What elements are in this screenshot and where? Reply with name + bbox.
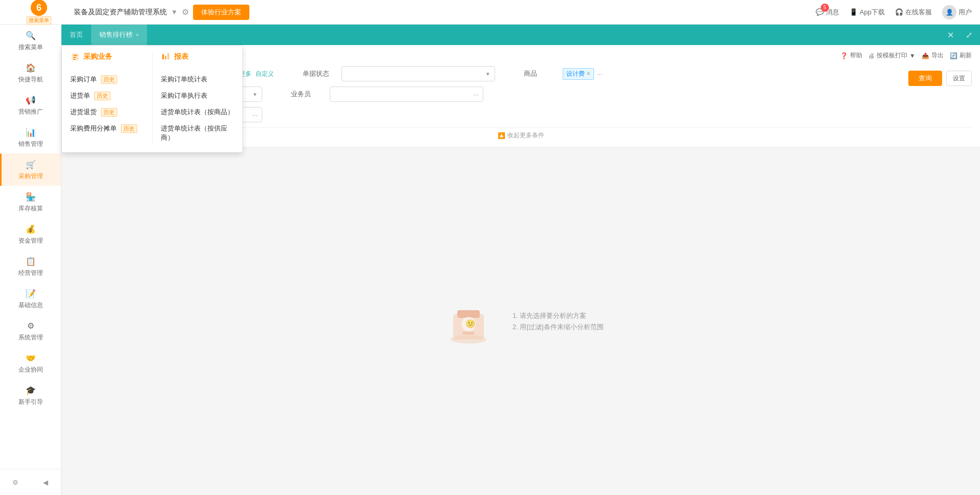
tabs-bar: 首页 销售排行榜 × ✕ ⤢ — [61, 25, 980, 45]
messages-btn[interactable]: 💬 消息 5 — [816, 8, 839, 17]
help-btn[interactable]: ❓ 帮助 — [840, 51, 862, 60]
empty-svg: 😕 — [443, 296, 494, 347]
sidebar-label-nav: 快捷导航 — [18, 75, 43, 84]
svg-rect-11 — [165, 56, 166, 59]
query-btn[interactable]: 查询 — [908, 71, 942, 86]
user-btn[interactable]: 👤 用户 — [942, 5, 972, 19]
order-status-select[interactable]: ▼ — [342, 66, 495, 81]
dropdown-item-expense[interactable]: 采购费用分摊单 历史 — [70, 120, 144, 137]
dropdown-item-purchase-order[interactable]: 采购订单 历史 — [70, 71, 144, 88]
tab-home[interactable]: 首页 — [61, 25, 91, 45]
sidebar-item-marketing[interactable]: 📢 营销推广 — [0, 89, 61, 121]
logo-tag: 搜索菜单 — [27, 16, 51, 25]
tab-home-label: 首页 — [70, 30, 83, 39]
ops-icon: 📋 — [25, 255, 36, 267]
dropdown-col-business: 采购业务 采购订单 历史 进货单 历史 进货退货 历史 采购费用分摊单 历史 — [62, 52, 152, 146]
tab-sales-rank-label: 销售排行榜 — [99, 30, 133, 39]
help-label: 帮助 — [850, 51, 862, 60]
avatar: 👤 — [942, 5, 956, 19]
empty-tip-2: 用[过滤]条件来缩小分析范围 — [520, 321, 603, 333]
sidebar-collapse-btn[interactable]: ◀ — [38, 475, 53, 490]
sidebar-item-system[interactable]: ⚙ 系统管理 — [0, 315, 61, 347]
dropdown-col-title-business: 采购业务 — [70, 52, 144, 66]
sidebar-item-ops[interactable]: 📋 经营管理 — [0, 250, 61, 283]
sidebar-item-inventory[interactable]: 🏪 库存核算 — [0, 186, 61, 218]
top-header: 6 搜索菜单 装备及固定资产辅助管理系统 ▼ ⚙ 体验行业方案 💬 消息 5 📱… — [0, 0, 980, 25]
tab-close-icon[interactable]: × — [136, 32, 139, 38]
print-icon: 🖨 — [868, 52, 875, 59]
sales-icon: 📊 — [25, 126, 36, 138]
staff-more-btn[interactable]: ··· — [473, 91, 479, 98]
purchase-dropdown-menu: 采购业务 采购订单 历史 进货单 历史 进货退货 历史 采购费用分摊单 历史 — [61, 45, 243, 153]
refresh-label: 刷新 — [960, 51, 972, 60]
industry-btn[interactable]: 体验行业方案 — [193, 5, 249, 20]
settings-icon[interactable]: ⚙ — [182, 7, 189, 17]
business-col-icon — [70, 52, 80, 62]
sidebar-item-base[interactable]: 📝 基础信息 — [0, 283, 61, 315]
quick-custom-btn[interactable]: 自定义 — [255, 70, 274, 78]
dropdown-item-supplier-stat[interactable]: 进货单统计表（按供应商） — [161, 120, 235, 146]
goods-more-btn[interactable]: ··· — [597, 70, 603, 78]
staff-label: 业务员 — [291, 90, 322, 99]
sidebar-item-guide[interactable]: 🎓 新手引导 — [0, 379, 61, 412]
sidebar-label-base: 基础信息 — [18, 301, 43, 310]
tab-expand-btn[interactable]: ⤢ — [962, 28, 976, 42]
home-icon: 🏠 — [25, 62, 36, 73]
service-btn[interactable]: 🎧 在线客服 — [895, 8, 932, 17]
sidebar-settings-btn[interactable]: ⚙ — [8, 475, 23, 490]
tab-sales-rank[interactable]: 销售排行榜 × — [91, 25, 147, 45]
app-download-btn[interactable]: 📱 App下载 — [849, 8, 885, 17]
sidebar-item-sales[interactable]: 📊 销售管理 — [0, 121, 61, 154]
inventory-icon: 🏪 — [25, 191, 36, 202]
sidebar-label-sales: 销售管理 — [18, 140, 43, 148]
export-btn[interactable]: 📤 导出 — [922, 51, 944, 60]
base-icon: 📝 — [25, 288, 36, 299]
logo-area: 6 搜索菜单 — [8, 0, 70, 25]
goods-tag-remove[interactable]: × — [587, 70, 590, 77]
empty-tip-1: 请先选择要分析的方案 — [520, 310, 603, 321]
staff-select[interactable]: ··· — [330, 87, 483, 102]
customer-more-btn[interactable]: ··· — [252, 111, 258, 119]
setting-btn[interactable]: 设置 — [946, 71, 972, 86]
report-col-icon — [161, 52, 171, 62]
app-label: App下载 — [860, 8, 885, 17]
tab-close-all-btn[interactable]: ✕ — [943, 28, 957, 42]
refresh-icon: 🔄 — [950, 52, 957, 59]
refresh-btn[interactable]: 🔄 刷新 — [950, 51, 972, 60]
purchase-order-label: 采购订单 — [70, 75, 97, 84]
sidebar: 🔍 搜索菜单 🏠 快捷导航 📢 营销推广 📊 销售管理 🛒 采购管理 🏪 库存核… — [0, 25, 61, 495]
sidebar-item-purchase[interactable]: 🛒 采购管理 — [0, 154, 61, 186]
sidebar-bottom: ⚙ ◀ — [0, 469, 61, 495]
return-history: 历史 — [101, 108, 117, 117]
dropdown-item-goods-stat[interactable]: 进货单统计表（按商品） — [161, 104, 235, 120]
sidebar-label-guide: 新手引导 — [18, 398, 43, 406]
sidebar-label-purchase: 采购管理 — [18, 172, 43, 181]
dropdown-item-order-stat[interactable]: 采购订单统计表 — [161, 71, 235, 88]
dropdown-item-incoming[interactable]: 进货单 历史 — [70, 88, 144, 104]
dropdown-col-business-title: 采购业务 — [83, 52, 112, 61]
print-btn[interactable]: 🖨 按模板打印 ▼ — [868, 51, 915, 60]
sidebar-label-marketing: 营销推广 — [18, 107, 43, 116]
logo-icon: 6 — [31, 0, 47, 16]
sidebar-label-collab: 企业协同 — [18, 365, 43, 374]
empty-text: 请先选择要分析的方案 用[过滤]条件来缩小分析范围 — [512, 310, 603, 333]
collapse-icon: 🔼 — [498, 132, 505, 139]
sidebar-item-collab[interactable]: 🤝 企业协同 — [0, 347, 61, 379]
dropdown-item-return[interactable]: 进货退货 历史 — [70, 104, 144, 120]
goods-filter-area: 设计费 × ··· — [563, 68, 603, 80]
incoming-label: 进货单 — [70, 91, 90, 100]
svg-rect-10 — [162, 54, 164, 59]
sidebar-label-ops: 经营管理 — [18, 269, 43, 277]
dropdown-icon[interactable]: ▼ — [171, 8, 178, 16]
user-label: 用户 — [958, 8, 972, 17]
tabs-right: ✕ ⤢ — [943, 28, 980, 42]
goods-label: 商品 — [524, 69, 555, 78]
sidebar-item-search[interactable]: 🔍 搜索菜单 — [0, 25, 61, 57]
marketing-icon: 📢 — [25, 94, 36, 105]
sidebar-label-finance: 资金管理 — [18, 236, 43, 245]
filter-collapse-btn[interactable]: 🔼 收起更多条件 — [498, 131, 544, 140]
search-icon: 🔍 — [25, 30, 36, 41]
sidebar-item-nav[interactable]: 🏠 快捷导航 — [0, 57, 61, 89]
sidebar-item-finance[interactable]: 💰 资金管理 — [0, 218, 61, 250]
dropdown-item-order-exec[interactable]: 采购订单执行表 — [161, 88, 235, 104]
